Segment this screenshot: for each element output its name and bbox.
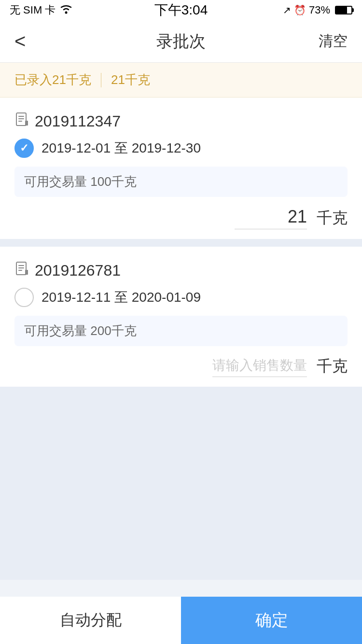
wifi-icon xyxy=(59,3,73,17)
section-gap-1 xyxy=(0,239,362,247)
svg-rect-4 xyxy=(18,121,22,122)
batch-date-1: 2019-12-01 至 2019-12-30 xyxy=(42,139,201,157)
qty-row-2: 请输入销售数量 千克 xyxy=(0,346,362,387)
bottom-gray-area xyxy=(0,387,362,580)
batch-id-1: 2019112347 xyxy=(35,112,121,130)
total-amount: 21千克 xyxy=(111,71,150,88)
batch-header-1: 2019112347 xyxy=(14,112,348,131)
batch-row-1: 2019-12-01 至 2019-12-30 xyxy=(14,139,348,158)
auto-distribute-button[interactable]: 自动分配 xyxy=(0,597,181,644)
avail-box-1: 可用交易量 100千克 xyxy=(14,167,348,197)
qty-underline-1: 21 xyxy=(235,207,307,229)
bottom-bar: 自动分配 确定 xyxy=(0,597,362,644)
batch-doc-icon-1 xyxy=(14,112,30,131)
location-icon: ↗ xyxy=(283,4,291,16)
svg-point-0 xyxy=(65,12,68,14)
status-bar: 无 SIM 卡 下午3:04 ↗ ⏰ 73% xyxy=(0,0,362,20)
svg-rect-10 xyxy=(25,270,28,275)
svg-rect-8 xyxy=(18,267,24,268)
battery-icon xyxy=(335,6,352,14)
radio-btn-2[interactable] xyxy=(14,288,34,307)
status-right: ↗ ⏰ 73% xyxy=(283,4,352,16)
clear-button[interactable]: 清空 xyxy=(319,31,348,51)
svg-rect-5 xyxy=(25,121,28,126)
svg-rect-3 xyxy=(18,118,24,119)
battery-percentage: 73% xyxy=(309,4,330,16)
qty-underline-2: 请输入销售数量 xyxy=(212,356,307,377)
batch-card-2: 2019126781 2019-12-11 至 2020-01-09 可用交易量… xyxy=(0,247,362,346)
qty-unit-2: 千克 xyxy=(317,356,348,377)
time-display: 下午3:04 xyxy=(154,1,208,19)
batch-row-2: 2019-12-11 至 2020-01-09 xyxy=(14,288,348,307)
batch-card-1: 2019112347 2019-12-01 至 2019-12-30 可用交易量… xyxy=(0,98,362,197)
svg-rect-9 xyxy=(18,270,22,271)
batch-doc-icon-2 xyxy=(14,261,30,280)
info-divider xyxy=(101,73,101,87)
confirm-button[interactable]: 确定 xyxy=(181,597,362,644)
back-button[interactable]: < xyxy=(14,30,43,52)
qty-value-1[interactable]: 21 xyxy=(288,207,307,226)
svg-rect-2 xyxy=(18,116,24,117)
batch-header-2: 2019126781 xyxy=(14,261,348,280)
carrier-text: 无 SIM 卡 xyxy=(10,3,56,17)
radio-btn-1[interactable] xyxy=(14,139,34,158)
qty-unit-1: 千克 xyxy=(317,208,348,229)
qty-row-1: 21 千克 xyxy=(0,197,362,239)
qty-input-area-1: 21 千克 xyxy=(14,207,348,229)
batch-date-2: 2019-12-11 至 2020-01-09 xyxy=(42,288,201,307)
qty-input-area-2: 请输入销售数量 千克 xyxy=(14,356,348,377)
avail-box-2: 可用交易量 200千克 xyxy=(14,316,348,346)
status-left: 无 SIM 卡 xyxy=(10,3,73,17)
qty-placeholder-2[interactable]: 请输入销售数量 xyxy=(212,358,307,373)
page-title: 录批次 xyxy=(156,30,206,53)
info-banner: 已录入21千克 21千克 xyxy=(0,63,362,98)
nav-bar: < 录批次 清空 xyxy=(0,20,362,63)
recorded-amount: 已录入21千克 xyxy=(14,71,91,88)
svg-rect-7 xyxy=(18,265,24,266)
alarm-icon: ⏰ xyxy=(294,4,306,16)
batch-id-2: 2019126781 xyxy=(35,262,121,280)
